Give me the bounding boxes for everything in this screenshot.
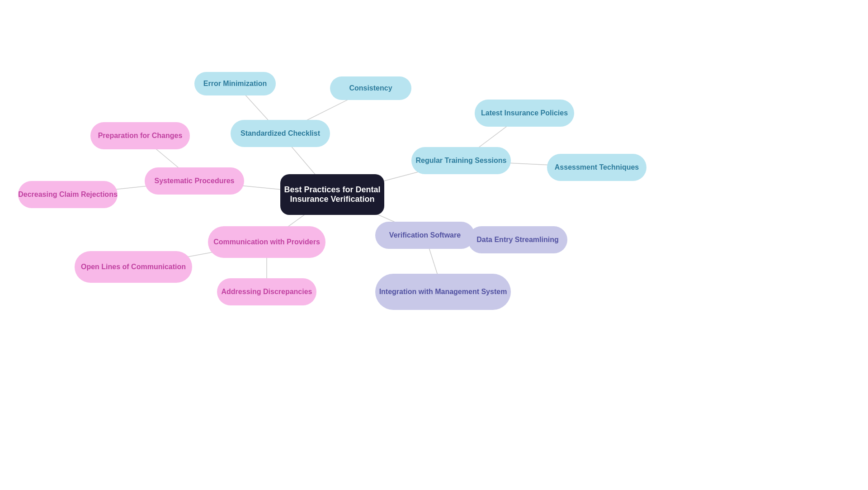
error-minimization-node[interactable]: Error Minimization	[194, 72, 276, 95]
assessment-techniques-node[interactable]: Assessment Techniques	[547, 154, 646, 181]
open-lines-of-communication-node[interactable]: Open Lines of Communication	[75, 251, 192, 283]
consistency-node[interactable]: Consistency	[330, 76, 411, 100]
verification-software-node[interactable]: Verification Software	[375, 222, 475, 249]
latest-insurance-policies-node[interactable]: Latest Insurance Policies	[475, 100, 574, 127]
data-entry-streamlining-node[interactable]: Data Entry Streamlining	[468, 226, 567, 253]
preparation-for-changes-node[interactable]: Preparation for Changes	[90, 122, 190, 149]
communication-with-providers-node[interactable]: Communication with Providers	[208, 226, 326, 258]
center-node[interactable]: Best Practices for Dental Insurance Veri…	[280, 174, 384, 215]
systematic-procedures-node[interactable]: Systematic Procedures	[145, 167, 244, 195]
mindmap-canvas: Best Practices for Dental Insurance Veri…	[0, 0, 868, 490]
decreasing-claim-rejections-node[interactable]: Decreasing Claim Rejections	[18, 181, 118, 208]
integration-with-management-system-node[interactable]: Integration with Management System	[375, 274, 511, 310]
regular-training-sessions-node[interactable]: Regular Training Sessions	[411, 147, 511, 174]
standardized-checklist-node[interactable]: Standardized Checklist	[231, 120, 330, 147]
addressing-discrepancies-node[interactable]: Addressing Discrepancies	[217, 278, 316, 305]
